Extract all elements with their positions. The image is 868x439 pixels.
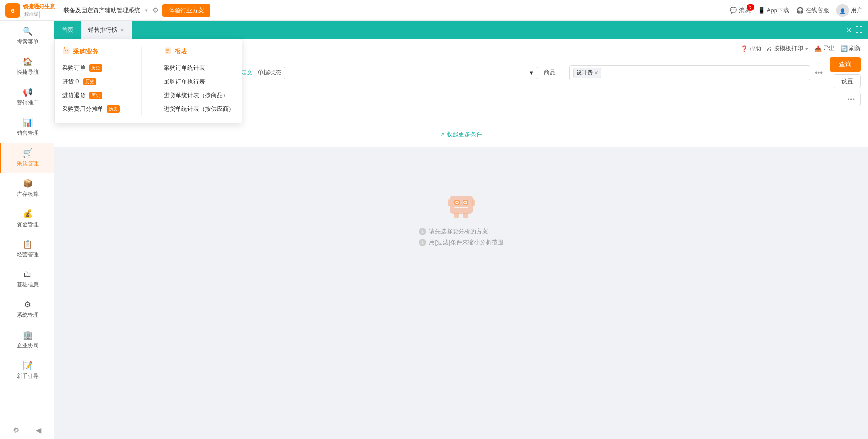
goods-tag: 设计费 ✕ (573, 68, 601, 78)
menu-item-receipt[interactable]: 进货单 历史 (62, 75, 120, 89)
salesman-more-btn[interactable]: ••• (845, 95, 857, 104)
salesman-input[interactable]: ••• (210, 93, 861, 106)
sidebar-item-sales[interactable]: 📊 销售管理 (0, 112, 54, 143)
sidebar-item-search[interactable]: 🔍 搜索菜单 (0, 21, 54, 51)
svg-point-14 (456, 202, 458, 203)
goods-tag-close[interactable]: ✕ (594, 70, 598, 76)
tab-sales-rank[interactable]: 销售排行榜 ✕ (81, 21, 132, 39)
sidebar-item-marketing[interactable]: 📢 营销推广 (0, 82, 54, 112)
tab-bar-actions: ✕ ⛶ (846, 26, 868, 35)
phone-icon: 📱 (758, 7, 765, 14)
sidebar-label-marketing: 营销推广 (17, 99, 39, 107)
industry-btn[interactable]: 体验行业方案 (162, 4, 210, 17)
report-section-title: 报表 (164, 47, 234, 57)
sidebar-label-purchase: 采购管理 (17, 160, 39, 168)
collapse-row[interactable]: ∧ 收起更多条件 (62, 128, 861, 141)
query-btn[interactable]: 查询 (830, 57, 861, 72)
history-badge-4: 历史 (107, 105, 120, 113)
inventory-icon: 📦 (23, 178, 33, 188)
purchase-menu-icon (62, 47, 70, 57)
help-btn[interactable]: ❓ 帮助 (741, 44, 761, 53)
help-icon: ❓ (741, 45, 748, 52)
sidebar-item-finance[interactable]: 💰 资金管理 (0, 203, 54, 234)
print-btn[interactable]: 🖨 按模板打印 ▼ (766, 44, 809, 53)
menu-item-receipt-stats-supplier[interactable]: 进货单统计表（按供应商） (164, 102, 234, 116)
tab-home[interactable]: 首页 (54, 21, 81, 39)
online-service-btn[interactable]: 🎧 在线客服 (796, 6, 829, 15)
export-btn[interactable]: 📤 导出 (814, 44, 835, 53)
sidebar-item-nav[interactable]: 🏠 快捷导航 (0, 51, 54, 82)
menu-item-expense[interactable]: 采购费用分摊单 历史 (62, 102, 120, 116)
sidebar-item-basic[interactable]: 🗂 基础信息 (0, 264, 54, 294)
fullscreen-action[interactable]: ⛶ (855, 26, 863, 34)
sidebar-item-operations[interactable]: 📋 经营管理 (0, 234, 54, 264)
svg-rect-11 (463, 213, 468, 218)
svg-rect-8 (448, 199, 450, 206)
logo-icon: 6 (5, 3, 20, 18)
message-icon: 💬 (730, 7, 737, 14)
report-menu-icon (164, 47, 172, 57)
goods-more-btn[interactable]: ••• (813, 69, 824, 77)
filter-item-goods: 商品 设计费 ✕ ••• (544, 65, 824, 80)
top-header: 6 畅捷通好生意 标准版 装备及固定资产辅助管理系统 ▼ ⚙ 体验行业方案 💬 … (0, 0, 868, 21)
menu-item-return[interactable]: 进货退货 历史 (62, 89, 120, 102)
sidebar-item-collab[interactable]: 🏢 企业协同 (0, 325, 54, 355)
sidebar-bottom: ⚙ ◀ (0, 421, 54, 439)
empty-state: ① 请先选择要分析的方案 ② 用[过滤]条件来缩小分析范围 (54, 150, 868, 283)
system-dropdown-arrow[interactable]: ▼ (144, 8, 149, 13)
sidebar-item-inventory[interactable]: 📦 库存核算 (0, 173, 54, 203)
hint-num-2: ② (419, 239, 426, 246)
settings-icon[interactable]: ⚙ (152, 6, 159, 15)
svg-point-17 (65, 50, 66, 51)
sidebar-label-search: 搜索菜单 (17, 38, 39, 46)
system-title: 装备及固定资产辅助管理系统 (63, 6, 140, 15)
menu-item-receipt-stats-goods[interactable]: 进货单统计表（按商品） (164, 89, 234, 102)
collapse-up-icon: ∧ (440, 131, 445, 138)
message-badge: 5 (747, 4, 754, 11)
history-badge-1: 历史 (89, 64, 102, 72)
collapse-icon[interactable]: ◀ (36, 426, 41, 434)
logo-text: 畅捷通好生意 标准版 (23, 3, 55, 18)
sidebar-item-purchase[interactable]: 🛒 采购管理 (0, 143, 54, 173)
sidebar-item-system[interactable]: ⚙ 系统管理 (0, 294, 54, 325)
svg-point-15 (464, 202, 466, 203)
empty-hint-1: 请先选择要分析的方案 (429, 227, 488, 236)
set-btn[interactable]: 设置 (834, 74, 861, 88)
bill-status-select[interactable]: ▼ (284, 67, 538, 79)
headset-icon: 🎧 (796, 7, 804, 14)
menu-item-purchase-order[interactable]: 采购订单 历史 (62, 61, 120, 75)
print-dropdown-arrow[interactable]: ▼ (805, 46, 809, 51)
menu-item-order-exec[interactable]: 采购订单执行表 (164, 75, 234, 89)
header-middle: 装备及固定资产辅助管理系统 ▼ ⚙ 体验行业方案 (60, 4, 730, 17)
header-right: 💬 消息 5 📱 App下载 🎧 在线客服 👤 用户 (730, 4, 863, 17)
sidebar-item-guide[interactable]: 📝 新手引导 (0, 355, 54, 385)
tab-home-label: 首页 (62, 26, 73, 34)
sidebar-label-guide: 新手引导 (17, 372, 39, 380)
purchase-icon: 🛒 (23, 148, 33, 158)
finance-icon: 💰 (23, 209, 33, 219)
svg-rect-7 (454, 207, 468, 208)
goods-label: 商品 (544, 69, 566, 77)
bill-status-arrow: ▼ (528, 69, 534, 76)
purchase-menu-section: 采购业务 采购订单 历史 进货单 历史 进货退货 历史 采购费用分摊单 历史 (62, 47, 120, 116)
settings-bottom-icon[interactable]: ⚙ (13, 426, 19, 434)
sidebar-label-sales: 销售管理 (17, 129, 39, 137)
app-download-btn[interactable]: 📱 App下载 (758, 6, 789, 15)
basic-icon: 🗂 (24, 270, 32, 279)
history-badge-2: 历史 (83, 78, 96, 85)
close-tab-action[interactable]: ✕ (846, 26, 852, 35)
message-btn[interactable]: 💬 消息 5 (730, 6, 751, 15)
bill-status-label: 单据状态 (258, 69, 281, 77)
empty-icon (439, 187, 484, 223)
sales-icon: 📊 (23, 118, 33, 128)
menu-item-order-stats[interactable]: 采购订单统计表 (164, 61, 234, 75)
svg-rect-9 (472, 199, 475, 206)
svg-point-18 (67, 50, 68, 51)
user-menu[interactable]: 👤 用户 (836, 4, 863, 17)
sidebar-label-nav: 快捷导航 (17, 69, 39, 76)
refresh-btn[interactable]: 🔄 刷新 (840, 44, 861, 53)
tab-close-icon[interactable]: ✕ (120, 27, 124, 33)
marketing-icon: 📢 (23, 87, 33, 97)
sidebar-label-inventory: 库存核算 (17, 190, 39, 198)
hint-num-1: ① (419, 228, 426, 235)
